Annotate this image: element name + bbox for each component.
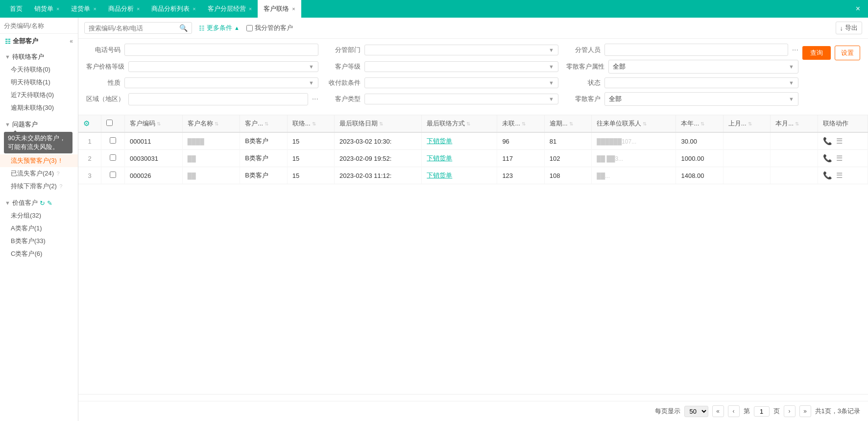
close-icon[interactable]: × [93, 6, 96, 12]
cell-last-way[interactable]: 下销货单 [422, 132, 497, 150]
select-all-checkbox[interactable] [106, 120, 113, 126]
contact-icon[interactable]: 📞 [823, 137, 832, 146]
filter-select-customer-type[interactable]: ▼ [364, 94, 558, 104]
cell-this-month [771, 150, 818, 167]
per-page-select[interactable]: 50 [684, 406, 708, 417]
query-button[interactable]: 查询 [802, 46, 831, 60]
group-value-customers-header[interactable]: ▼ 价值客户 ↻ ✎ [0, 197, 78, 209]
sidebar-item-overdue-contact[interactable]: 逾期未联络(30) [0, 101, 78, 114]
sidebar-all-customers[interactable]: ☷ 全部客户 « [0, 34, 78, 49]
more-dots-icon[interactable]: ··· [312, 95, 318, 103]
sidebar-item-a-class[interactable]: A类客户(1) [0, 222, 78, 235]
filter-input-region[interactable] [128, 93, 308, 105]
window-close-button[interactable]: × [852, 4, 864, 13]
filter-select-retail-attr[interactable]: 全部 ▼ [608, 60, 798, 74]
th-last-month[interactable]: 上月... ⇅ [723, 115, 770, 132]
filter-select-payment[interactable]: ▼ [364, 77, 558, 88]
my-customer-input[interactable] [246, 25, 253, 31]
row-checkbox[interactable] [110, 154, 116, 161]
sidebar-item-tomorrow-contact[interactable]: 明天待联络(1) [0, 76, 78, 89]
sidebar-item-declining[interactable]: 持续下滑客户(2) ? [0, 180, 78, 193]
th-contact[interactable]: 联络... ⇅ [287, 115, 334, 132]
settings-button[interactable]: 设置 [835, 46, 860, 60]
th-person[interactable]: 往来单位联系人 ⇅ [592, 115, 676, 132]
filter-select-customer-level[interactable]: ▼ [364, 61, 558, 72]
tab-customer-contact[interactable]: 客户联络 × [258, 0, 301, 18]
contact-icon[interactable]: 📞 [823, 154, 832, 163]
filter-select-retail-customer[interactable]: 全部 ▼ [604, 92, 798, 106]
cell-not-contact: 117 [497, 150, 544, 167]
tab-customer-tier[interactable]: 客户分层经营 × [202, 0, 258, 18]
close-icon[interactable]: × [137, 6, 140, 12]
filter-field-retail-customer: 零散客户 全部 ▼ [566, 92, 798, 106]
th-code[interactable]: 客户编码 ⇅ [125, 115, 183, 132]
prev-page-btn[interactable]: ‹ [728, 405, 740, 417]
last-page-btn[interactable]: » [799, 405, 811, 417]
filter-select-nature[interactable]: ▼ [124, 77, 318, 88]
horizontal-scrollbar[interactable] [78, 394, 868, 401]
th-type[interactable]: 客户... ⇅ [240, 115, 287, 132]
filter-field-retail-attr: 零散客户属性 全部 ▼ [566, 60, 798, 74]
th-not-contact[interactable]: 未联... ⇅ [497, 115, 544, 132]
settings-col-header[interactable]: ⚙ [78, 115, 101, 132]
tab-product-list[interactable]: 商品分析列表 × [145, 0, 201, 18]
close-icon[interactable]: × [56, 6, 59, 12]
cell-overdue: 108 [544, 167, 591, 184]
th-last-contact-way[interactable]: 最后联络方式 ⇅ [422, 115, 497, 132]
collapse-icon[interactable]: « [70, 38, 73, 45]
filter-input-person[interactable] [604, 44, 788, 56]
sidebar-item-unclassified[interactable]: 未分组(32) [0, 209, 78, 222]
cell-person: ██ ██3... [592, 150, 676, 167]
more-action-icon[interactable]: ☰ [836, 154, 843, 163]
next-page-btn[interactable]: › [784, 405, 796, 417]
filter-input-phone[interactable] [124, 44, 318, 56]
export-btn[interactable]: ↓ 导出 [836, 22, 863, 34]
total-label: 共1页，3条记录 [815, 407, 860, 416]
th-overdue[interactable]: 逾期... ⇅ [544, 115, 591, 132]
edit-icon[interactable]: ✎ [47, 199, 52, 207]
contact-icon[interactable]: 📞 [823, 171, 832, 180]
filter-select-status[interactable]: ▼ [604, 77, 798, 88]
group-pending-contact-header[interactable]: ▼ 待联络客户 [0, 50, 78, 63]
row-checkbox[interactable] [110, 137, 116, 144]
th-name[interactable]: 客户名称 ⇅ [182, 115, 240, 132]
sidebar-item-today-contact[interactable]: 今天待联络(0) [0, 63, 78, 76]
settings-icon[interactable]: ⚙ [83, 119, 90, 127]
sidebar-item-churn-warning[interactable]: 流失预警客户(3) ! [0, 154, 78, 167]
tab-sales[interactable]: 销货单 × [28, 0, 65, 18]
sidebar-item-7day-contact[interactable]: 近7天待联络(0) [0, 89, 78, 101]
cell-this-year: 1000.00 [676, 150, 723, 167]
filter-btn[interactable]: ☷ 更多条件 ▲ [196, 22, 242, 34]
sidebar-item-b-class[interactable]: B类客户(33) [0, 235, 78, 248]
th-last-contact-date[interactable]: 最后联络日期 ⇅ [335, 115, 422, 132]
tab-product-analysis[interactable]: 商品分析 × [102, 0, 145, 18]
cell-last-way[interactable]: 下销货单 [422, 150, 497, 167]
page-input[interactable] [754, 406, 770, 417]
checkbox-col-header[interactable] [101, 115, 125, 132]
close-icon[interactable]: × [193, 6, 195, 12]
tab-purchase[interactable]: 进货单 × [65, 0, 102, 18]
more-action-icon[interactable]: ☰ [836, 171, 843, 180]
close-icon[interactable]: × [249, 6, 252, 12]
filter-select-price-level[interactable]: ▼ [128, 61, 318, 72]
filter-select-dept[interactable]: ▼ [364, 45, 558, 55]
my-customer-checkbox[interactable]: 我分管的客户 [246, 24, 293, 32]
group-problem-customers-header[interactable]: ▼ 问题客户 [0, 118, 78, 131]
th-this-month[interactable]: 本月... ⇅ [771, 115, 818, 132]
more-action-icon[interactable]: ☰ [836, 137, 843, 146]
refresh-icon[interactable]: ↻ [40, 199, 45, 207]
sidebar-search: 🔍 [0, 18, 78, 34]
category-search-input[interactable] [4, 22, 78, 29]
close-icon[interactable]: × [292, 6, 295, 12]
search-icon[interactable]: 🔍 [179, 24, 188, 32]
first-page-btn[interactable]: « [712, 405, 724, 417]
more-icon[interactable]: ··· [792, 46, 798, 54]
sidebar-item-already-churned[interactable]: 已流失客户(24) ? [0, 167, 78, 180]
sidebar-item-c-class[interactable]: C类客户(6) [0, 248, 78, 260]
row-checkbox[interactable] [110, 172, 116, 178]
th-this-year[interactable]: 本年... ⇅ [676, 115, 723, 132]
filter-field-customer-type: 客户类型 ▼ [326, 94, 558, 104]
cell-last-way[interactable]: 下销货单 [422, 167, 497, 184]
search-input[interactable] [89, 25, 179, 32]
tab-home[interactable]: 首页 [4, 0, 28, 18]
